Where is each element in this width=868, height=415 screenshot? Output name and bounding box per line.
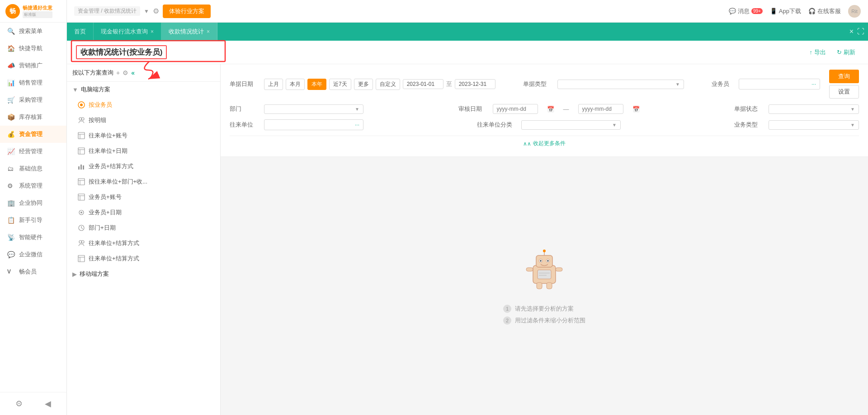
tab-receipt-stats-close[interactable]: × (207, 28, 210, 35)
settings-button[interactable]: 设置 (829, 85, 859, 99)
scheme-item-label: 按往来单位+部门+收... (89, 178, 147, 186)
window-maximize-icon[interactable]: ⛶ (857, 28, 864, 36)
collapse-bar[interactable]: ∧∧ 收起更多条件 (230, 136, 859, 151)
breadcrumb-dropdown-icon[interactable]: ▼ (144, 8, 149, 14)
export-button[interactable]: ↑ 导出 (806, 47, 830, 58)
message-icon: 💬 (729, 8, 736, 14)
sidebar-item-basic[interactable]: 🗂 基础信息 (0, 160, 66, 177)
calendar-end-icon[interactable]: 📅 (632, 106, 640, 113)
scheme-item-by-salesperson[interactable]: 按业务员 (67, 97, 220, 113)
refresh-button[interactable]: ↻ 刷新 (833, 47, 859, 58)
sidebar-item-marketing[interactable]: 📣 营销推广 (0, 57, 66, 74)
partner-date-icon (78, 147, 85, 155)
review-date-end-input[interactable] (578, 104, 623, 114)
sidebar-item-member[interactable]: V 畅会员 (0, 263, 66, 280)
date-btn-more[interactable]: 更多 (354, 79, 373, 90)
scheme-collapse-icon[interactable]: « (131, 69, 135, 76)
partner-more-icon[interactable]: ··· (355, 122, 359, 128)
date-btn-this-month[interactable]: 本月 (286, 79, 305, 90)
hardware-icon: 📡 (7, 234, 15, 241)
clock-icon (78, 224, 85, 231)
system-icon: ⚙ (7, 182, 15, 189)
mobile-expand-icon: ▶ (72, 271, 77, 278)
scheme-item-partner-dept-receive[interactable]: 按往来单位+部门+收... (67, 174, 220, 189)
sidebar-item-wechat[interactable]: 💬 企业微信 (0, 246, 66, 263)
query-button[interactable]: 查询 (829, 70, 859, 83)
trial-button[interactable]: 体验行业方案 (163, 5, 211, 18)
sidebar-item-label: 搜索菜单 (19, 27, 42, 35)
scheme-group-mobile-header[interactable]: ▶ 移动端方案 (67, 266, 220, 282)
sidebar-item-quicknav[interactable]: 🏠 快捷导航 (0, 40, 66, 57)
scheme-item-by-detail[interactable]: 按明细 (67, 113, 220, 128)
doc-status-label: 单据状态 (734, 105, 760, 113)
scheme-settings-icon[interactable]: ⚙ (123, 69, 128, 76)
date-btn-custom[interactable]: 自定义 (376, 79, 400, 90)
operations-icon: 📈 (7, 148, 15, 155)
scheme-add-icon[interactable]: + (116, 69, 120, 76)
tab-bank-flow-label: 现金银行流水查询 (101, 28, 148, 36)
sidebar-item-system[interactable]: ⚙ 系统管理 (0, 177, 66, 194)
tab-home[interactable]: 首页 (67, 23, 94, 41)
online-service-button[interactable]: 🎧 在线客服 (808, 7, 841, 15)
scheme-item-dept-date[interactable]: 部门+日期 (67, 220, 220, 236)
date-btn-last-month[interactable]: 上月 (264, 79, 283, 90)
scheme-item-partner-settle1[interactable]: 往来单位+结算方式 (67, 236, 220, 251)
filter-row-2: 部门 ▼ 审核日期 📅 — 📅 单据状态 (230, 104, 859, 114)
scheme-item-partner-date[interactable]: 往来单位+日期 (67, 143, 220, 159)
sidebar-settings-icon[interactable]: ⚙ (14, 397, 24, 410)
dept-select[interactable]: ▼ (264, 104, 363, 114)
sidebar-item-search[interactable]: 🔍 搜索菜单 (0, 23, 66, 40)
messages-button[interactable]: 💬 消息 99+ (729, 7, 763, 15)
salesperson-more-icon[interactable]: ··· (811, 81, 816, 87)
date-end-input[interactable] (455, 79, 495, 89)
scheme-item-salesperson-date[interactable]: 业务员+日期 (67, 205, 220, 220)
review-date-start-input[interactable] (493, 104, 538, 114)
scheme-item-salesperson-account[interactable]: 业务员+账号 (67, 189, 220, 205)
sidebar-item-label: 营销推广 (19, 61, 42, 70)
tab-bank-flow-close[interactable]: × (151, 28, 154, 35)
scheme-item-partner-account[interactable]: 往来单位+账号 (67, 128, 220, 143)
partner-category-select[interactable]: ▼ (521, 120, 621, 130)
sidebar-item-guide[interactable]: 📋 新手引导 (0, 212, 66, 229)
sidebar-collapse-icon[interactable]: ◀‍ (43, 397, 53, 410)
app-download-button[interactable]: 📱 App下载 (770, 7, 801, 15)
biz-type-select[interactable]: ▼ (769, 120, 859, 130)
partner-select[interactable]: ··· (264, 119, 363, 130)
svg-rect-13 (78, 179, 85, 185)
date-btn-this-year[interactable]: 本年 (307, 79, 326, 90)
date-start-input[interactable] (403, 79, 443, 89)
sidebar-item-sales[interactable]: 📊 销售管理 (0, 74, 66, 91)
scheme-group-mobile-label: 移动端方案 (80, 270, 109, 278)
svg-rect-40 (547, 283, 552, 289)
message-badge: 99+ (751, 8, 763, 14)
filter-row-1: 单据日期 上月 本月 本年 近7天 更多 自定义 至 (230, 70, 859, 99)
date-btn-7days[interactable]: 近7天 (329, 79, 351, 90)
sidebar-item-purchase[interactable]: 🛒 采购管理 (0, 91, 66, 108)
doc-status-select[interactable]: ▼ (769, 104, 859, 114)
app-icon: 📱 (770, 8, 777, 14)
sidebar-item-label: 采购管理 (19, 96, 42, 104)
scheme-item-partner-settle2[interactable]: 往来单位+结算方式 (67, 251, 220, 266)
sidebar-item-inventory[interactable]: 📦 库存核算 (0, 108, 66, 126)
calendar-start-icon[interactable]: 📅 (547, 106, 554, 113)
window-close-icon[interactable]: × (849, 28, 854, 36)
tab-receipt-stats[interactable]: 收款情况统计 × (161, 23, 217, 41)
header-settings-icon[interactable]: ⚙ (153, 7, 159, 15)
doc-status-chevron: ▼ (850, 107, 855, 112)
user-avatar[interactable]: Rit (848, 5, 861, 18)
doc-type-select[interactable]: ▼ (557, 80, 684, 89)
sidebar-item-enterprise[interactable]: 🏢 企业协同 (0, 194, 66, 212)
partner-category-chevron: ▼ (612, 123, 617, 127)
refresh-icon: ↻ (837, 49, 842, 56)
filter-dates: 上月 本月 本年 近7天 更多 自定义 至 (264, 79, 495, 90)
salesperson-select[interactable]: ··· (739, 79, 820, 90)
sidebar-item-operations[interactable]: 📈 经营管理 (0, 143, 66, 160)
sidebar-item-hardware[interactable]: 📡 智能硬件 (0, 229, 66, 246)
bar-chart-icon (78, 163, 85, 170)
logo-text: 畅捷通好生意 标准版 (23, 5, 52, 18)
scheme-group-desktop-header[interactable]: ▼ 电脑端方案 (67, 82, 220, 97)
tab-bank-flow[interactable]: 现金银行流水查询 × (94, 23, 161, 41)
guide-icon: 📋 (7, 217, 15, 224)
scheme-item-salesperson-settle[interactable]: 业务员+结算方式 (67, 159, 220, 174)
sidebar-item-finance[interactable]: 💰 资金管理 (0, 126, 66, 143)
